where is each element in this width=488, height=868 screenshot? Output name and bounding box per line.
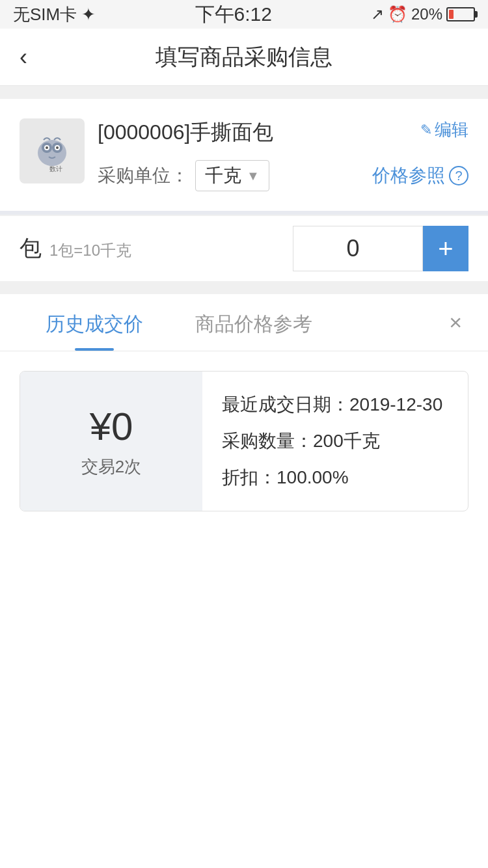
history-discount: 折扣：100.00% — [222, 464, 448, 491]
product-card: 数计 [0000006]手撕面包 ✎ 编辑 采购单位： 千克 ▼ 价格参照 ? — [0, 99, 488, 211]
qty-unit-label: 包 — [20, 234, 42, 264]
unit-select[interactable]: 千克 ▼ — [195, 160, 269, 191]
svg-point-5 — [46, 146, 48, 149]
battery-icon — [446, 7, 475, 21]
unit-arrow-icon: ▼ — [247, 169, 260, 183]
product-info: [0000006]手撕面包 ✎ 编辑 采购单位： 千克 ▼ 价格参照 ? — [98, 118, 468, 191]
unit-value: 千克 — [205, 163, 241, 188]
nav-bar: ‹ 填写商品采购信息 — [0, 29, 488, 86]
price-ref-label: 价格参照 — [372, 163, 445, 188]
product-image: 数计 — [29, 128, 75, 174]
edit-icon: ✎ — [420, 122, 432, 139]
history-trade-count: 交易2次 — [81, 455, 141, 478]
price-ref-info-icon: ? — [449, 166, 468, 185]
page-fill — [0, 531, 488, 868]
svg-text:数计: 数计 — [49, 165, 62, 172]
section-divider — [0, 211, 488, 215]
history-content: ¥0 交易2次 最近成交日期：2019-12-30 采购数量：200千克 折扣：… — [0, 351, 488, 531]
back-button[interactable]: ‹ — [20, 44, 27, 71]
tabs-container: 历史成交价 商品价格参考 × — [0, 294, 488, 351]
quantity-section: 包 1包=10千克 + — [0, 216, 488, 281]
svg-point-6 — [56, 146, 59, 149]
battery-percent: 20% — [411, 5, 442, 23]
tab-price-ref[interactable]: 商品价格参考 — [169, 294, 338, 351]
tab-close-button[interactable]: × — [442, 303, 468, 342]
price-ref-button[interactable]: 价格参照 ? — [372, 163, 468, 188]
qty-conversion-label: 1包=10千克 — [49, 240, 131, 261]
product-header: [0000006]手撕面包 ✎ 编辑 — [98, 118, 468, 147]
unit-label: 采购单位： — [98, 163, 189, 188]
edit-button[interactable]: ✎ 编辑 — [420, 118, 468, 141]
tabs-inner: 历史成交价 商品价格参考 — [20, 294, 442, 351]
qty-plus-button[interactable]: + — [423, 226, 468, 271]
qty-input[interactable] — [293, 226, 423, 271]
status-right: ↗ ⏰ 20% — [371, 5, 475, 23]
product-name: [0000006]手撕面包 — [98, 118, 420, 147]
status-time: 下午6:12 — [195, 1, 272, 28]
product-thumbnail: 数计 — [20, 118, 85, 183]
svg-point-0 — [38, 140, 66, 166]
status-bar: 无SIM卡 ✦ 下午6:12 ↗ ⏰ 20% — [0, 0, 488, 29]
product-unit-row: 采购单位： 千克 ▼ 价格参照 ? — [98, 160, 468, 191]
location-icon: ↗ — [371, 5, 384, 23]
carrier-text: 无SIM卡 ✦ — [13, 3, 96, 26]
page-title: 填写商品采购信息 — [156, 42, 332, 72]
history-card: ¥0 交易2次 最近成交日期：2019-12-30 采购数量：200千克 折扣：… — [20, 371, 468, 511]
battery-fill — [449, 10, 454, 19]
history-right: 最近成交日期：2019-12-30 采购数量：200千克 折扣：100.00% — [202, 372, 468, 511]
history-left: ¥0 交易2次 — [20, 372, 202, 511]
tab-history-price[interactable]: 历史成交价 — [20, 294, 169, 351]
history-price: ¥0 — [90, 404, 133, 449]
qty-label-group: 包 1包=10千克 — [20, 234, 131, 264]
qty-input-group: + — [293, 226, 468, 271]
alarm-icon: ⏰ — [388, 5, 407, 23]
history-recent-date: 最近成交日期：2019-12-30 — [222, 391, 448, 418]
history-qty: 采购数量：200千克 — [222, 427, 448, 455]
status-left: 无SIM卡 ✦ — [13, 3, 96, 26]
